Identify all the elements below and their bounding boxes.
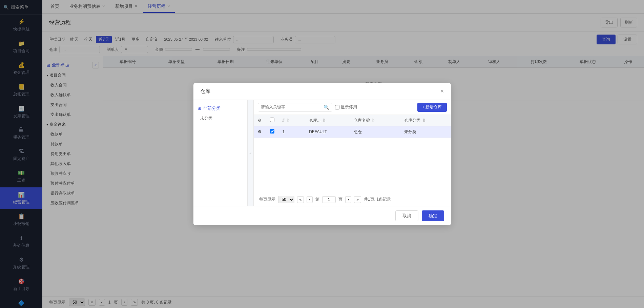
modal-col-code: 仓库... ⇅ [305,115,350,126]
modal-table-row[interactable]: ⚙ 1 DEFAULT 总仓 未分类 [254,126,451,138]
sort-icon-category[interactable]: ⇅ [422,118,426,123]
modal-close-button[interactable]: × [440,88,444,95]
add-warehouse-button[interactable]: + 新增仓库 [417,103,446,112]
row-settings-0[interactable]: ⚙ [254,126,266,138]
modal-total-info: 共1页, 1条记录 [364,197,391,202]
modal-footer: 取消 确定 [193,206,451,225]
row-cb-0[interactable] [270,129,274,134]
show-disabled-checkbox[interactable] [335,105,339,109]
modal-title: 仓库 [200,88,210,95]
row-name-0: 总仓 [350,126,400,138]
col-label-category: 仓库分类 [404,118,420,123]
modal-search-input[interactable] [258,103,321,111]
show-disabled-text: 显示停用 [341,104,357,110]
modal-first-page[interactable]: « [297,196,304,203]
warehouse-modal: 仓库 × ⊞ 全部分类 未分类 « [193,83,451,225]
modal-header: 仓库 × [193,83,451,100]
row-category-0: 未分类 [400,126,451,138]
tree-collapse-btn[interactable]: « [248,100,254,206]
modal-search-button[interactable]: 🔍 [321,103,332,111]
modal-tree-unclassified[interactable]: 未分类 [193,114,247,123]
col-label-code: 仓库... [309,118,320,123]
sort-icon-name[interactable]: ⇅ [372,118,375,123]
modal-table: ⚙# ⇅仓库... ⇅仓库名称 ⇅仓库分类 ⇅ ⚙ 1 DEFAULT 总仓 未… [254,115,451,193]
modal-body: ⊞ 全部分类 未分类 « 🔍 [193,100,451,206]
modal-col-no: # ⇅ [278,115,305,126]
row-checkbox-0[interactable] [266,126,278,138]
confirm-button[interactable]: 确定 [422,210,444,221]
modal-tree-all-label: 全部分类 [203,105,221,111]
modal-page-label: 第 [315,197,319,202]
modal-next-page[interactable]: › [345,196,351,203]
modal-page-unit: 页 [338,197,342,202]
modal-right: 🔍 显示停用 + 新增仓库 ⚙# ⇅仓库... ⇅仓库名称 ⇅仓库分类 ⇅ ⚙ [254,100,451,206]
modal-tree-all[interactable]: ⊞ 全部分类 [193,103,247,114]
settings-col-icon: ⚙ [258,118,262,123]
row-settings-icon-0: ⚙ [258,129,262,134]
row-code-0: DEFAULT [305,126,350,138]
modal-per-page-select[interactable]: 50 [278,196,294,203]
col-label-name: 仓库名称 [354,118,370,123]
sort-icon-no[interactable]: ⇅ [287,118,290,123]
row-no-0: 1 [278,126,305,138]
col-label-no: # [283,118,285,123]
modal-search-wrap: 🔍 [258,103,332,111]
modal-last-page[interactable]: » [354,196,361,203]
sort-icon-code[interactable]: ⇅ [323,118,326,123]
modal-overlay: 仓库 × ⊞ 全部分类 未分类 « [0,0,644,308]
modal-pagination: 每页显示 50 « ‹ 第 页 › » 共1页, 1条记录 [254,193,451,206]
modal-prev-page[interactable]: ‹ [307,196,313,203]
modal-tree: ⊞ 全部分类 未分类 [193,100,248,206]
show-disabled-label[interactable]: 显示停用 [335,104,357,110]
modal-col-category: 仓库分类 ⇅ [400,115,451,126]
modal-col-name: 仓库名称 ⇅ [350,115,400,126]
cancel-button[interactable]: 取消 [395,210,418,221]
modal-page-input[interactable] [322,196,336,203]
grid-icon-modal: ⊞ [198,106,201,111]
modal-per-page-label: 每页显示 [259,197,275,202]
col-checkbox[interactable] [266,115,278,126]
modal-toolbar: 🔍 显示停用 + 新增仓库 [254,100,451,115]
select-all-checkbox[interactable] [270,118,274,122]
col-settings[interactable]: ⚙ [254,115,266,126]
